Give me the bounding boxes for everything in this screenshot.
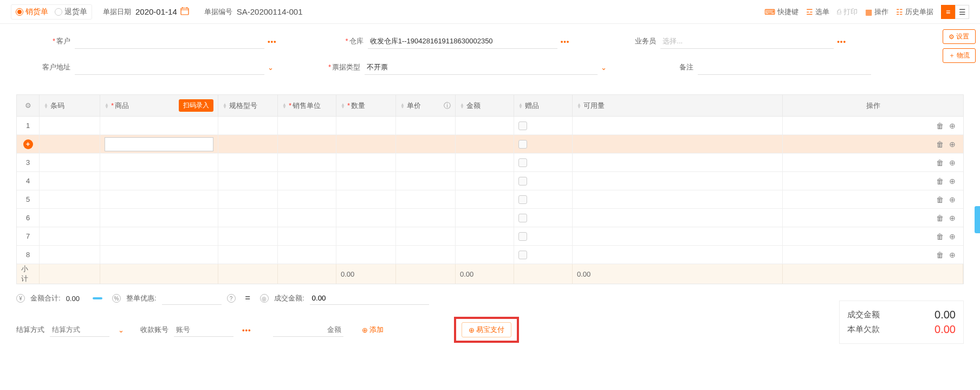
cell-available[interactable] (573, 135, 783, 153)
gift-checkbox[interactable] (518, 122, 527, 130)
cell-qty[interactable] (336, 135, 396, 153)
gift-checkbox[interactable] (518, 232, 527, 241)
cell-qty[interactable] (336, 172, 396, 190)
cell-gift[interactable] (514, 154, 573, 171)
cell-unit[interactable] (278, 172, 336, 190)
cell-gift[interactable] (514, 117, 573, 135)
delete-row-icon[interactable]: 🗑 (936, 140, 944, 149)
cell-price[interactable] (396, 154, 456, 171)
warehouse-lookup-icon[interactable]: ••• (561, 37, 570, 46)
help-icon[interactable]: ? (227, 294, 236, 303)
gift-checkbox[interactable] (518, 177, 527, 186)
add-row-icon[interactable]: ⊕ (949, 195, 956, 204)
cell-spec[interactable] (218, 135, 278, 153)
cell-product[interactable] (100, 227, 218, 245)
cell-unit[interactable] (278, 154, 336, 171)
shortcut-button[interactable]: ⌨快捷键 (764, 7, 799, 17)
date-value[interactable]: 2020-01-14 (135, 7, 177, 16)
cell-unit[interactable] (278, 117, 336, 135)
cell-price[interactable] (396, 190, 456, 208)
delete-row-icon[interactable]: 🗑 (936, 122, 944, 130)
cell-amount[interactable] (456, 117, 514, 135)
scan-input-button[interactable]: 扫码录入 (179, 99, 213, 112)
radio-sales-order[interactable]: 销货单 (16, 7, 48, 17)
cell-available[interactable] (573, 154, 783, 171)
cell-spec[interactable] (218, 154, 278, 171)
cell-product[interactable] (100, 117, 218, 135)
payment-amount-input[interactable] (273, 323, 343, 337)
table-row[interactable]: 3🗑⊕ (17, 154, 963, 172)
cell-available[interactable] (573, 246, 783, 264)
cell-product[interactable] (100, 190, 218, 208)
table-row[interactable]: 6🗑⊕ (17, 209, 963, 227)
remark-input[interactable] (698, 60, 871, 75)
col-unit[interactable]: ▲▼*销售单位 (278, 95, 336, 116)
customer-input[interactable] (75, 34, 264, 49)
cell-available[interactable] (573, 209, 783, 227)
cell-barcode[interactable] (40, 227, 100, 245)
cell-amount[interactable] (456, 246, 514, 264)
col-price[interactable]: ▲▼单价ⓘ (396, 95, 456, 116)
delete-row-icon[interactable]: 🗑 (936, 232, 944, 241)
cell-spec[interactable] (218, 209, 278, 227)
table-row[interactable]: 5🗑⊕ (17, 190, 963, 209)
warehouse-value[interactable]: 收发仓库1--1904281619118630002350 (368, 34, 557, 49)
cell-spec[interactable] (218, 227, 278, 245)
salesperson-lookup-icon[interactable]: ••• (837, 37, 846, 46)
add-row-icon[interactable]: ⊕ (949, 214, 956, 222)
view-compact-button[interactable]: ≡ (941, 5, 955, 19)
cell-spec[interactable] (218, 246, 278, 264)
logistics-button[interactable]: ＋物流 (943, 48, 976, 63)
cell-product[interactable] (100, 135, 218, 153)
gift-checkbox[interactable] (518, 158, 527, 167)
cell-spec[interactable] (218, 172, 278, 190)
deal-amount-input[interactable] (310, 292, 429, 305)
add-row-icon[interactable]: ⊕ (949, 122, 956, 130)
add-row-icon[interactable]: ⊕ (949, 140, 956, 149)
cell-gift[interactable] (514, 135, 573, 153)
cell-unit[interactable] (278, 209, 336, 227)
settings-button[interactable]: ⚙设置 (943, 29, 976, 44)
cell-product[interactable] (100, 209, 218, 227)
product-input[interactable] (105, 137, 213, 151)
cell-amount[interactable] (456, 135, 514, 153)
col-qty[interactable]: ▲▼*数量 (336, 95, 396, 116)
table-row[interactable]: 4🗑⊕ (17, 172, 963, 190)
customer-addr-input[interactable] (75, 60, 264, 75)
cell-qty[interactable] (336, 209, 396, 227)
delete-row-icon[interactable]: 🗑 (936, 214, 944, 222)
calendar-icon[interactable] (180, 7, 189, 17)
cell-amount[interactable] (456, 227, 514, 245)
view-detail-button[interactable]: ☰ (955, 5, 969, 19)
gift-checkbox[interactable] (518, 251, 527, 259)
help-icon[interactable]: ⓘ (444, 101, 451, 111)
cell-price[interactable] (396, 135, 456, 153)
gift-checkbox[interactable] (518, 140, 527, 149)
col-amount[interactable]: ▲▼金额 (456, 95, 514, 116)
table-row[interactable]: 1🗑⊕ (17, 117, 963, 135)
cell-available[interactable] (573, 227, 783, 245)
chevron-down-icon[interactable]: ⌄ (268, 63, 274, 72)
cell-barcode[interactable] (40, 154, 100, 171)
cell-qty[interactable] (336, 246, 396, 264)
account-input[interactable] (174, 323, 233, 337)
add-row-icon[interactable]: ⊕ (949, 177, 956, 186)
delete-row-icon[interactable]: 🗑 (936, 158, 944, 167)
discount-input[interactable] (162, 292, 222, 305)
cell-barcode[interactable] (40, 246, 100, 264)
cell-gift[interactable] (514, 209, 573, 227)
add-row-icon[interactable]: ⊕ (949, 158, 956, 167)
cell-qty[interactable] (336, 227, 396, 245)
cell-price[interactable] (396, 117, 456, 135)
cell-amount[interactable] (456, 190, 514, 208)
table-row[interactable]: 7🗑⊕ (17, 227, 963, 246)
select-order-button[interactable]: ☲选单 (806, 7, 829, 17)
account-lookup-icon[interactable]: ••• (242, 326, 251, 334)
cell-product[interactable] (100, 154, 218, 171)
side-drawer-handle[interactable] (975, 206, 980, 233)
cell-gift[interactable] (514, 246, 573, 264)
operate-button[interactable]: ▦操作 (865, 7, 888, 17)
payment-method-input[interactable] (50, 323, 109, 337)
delete-row-icon[interactable]: 🗑 (936, 195, 944, 204)
col-gift[interactable]: ▲▼赠品 (514, 95, 573, 116)
